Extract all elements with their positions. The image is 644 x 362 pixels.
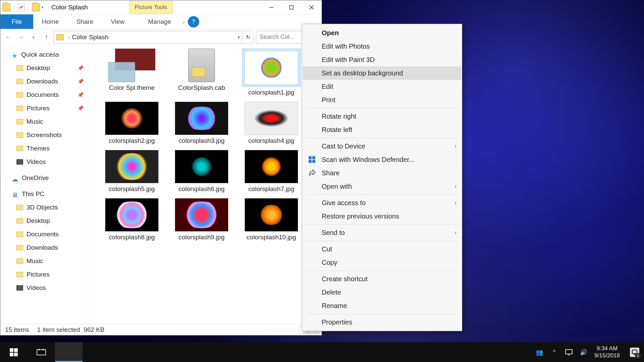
forward-button[interactable]: →	[15, 32, 26, 43]
nav-item-label: Pictures	[26, 105, 50, 112]
action-center-button[interactable]: 1	[630, 348, 639, 357]
context-menu-item[interactable]: Copy	[303, 256, 461, 269]
context-menu-item[interactable]: Print	[303, 93, 461, 107]
status-selection: 1 item selected 962 KB	[37, 326, 105, 334]
nav-item[interactable]: Videos	[0, 281, 88, 295]
context-menu-item[interactable]: Open	[303, 26, 461, 40]
nav-item[interactable]: 3D Objects	[0, 201, 88, 214]
context-menu-item[interactable]: Give access to›	[303, 196, 461, 209]
nav-item[interactable]: Downloads 📌	[0, 75, 88, 88]
folder-icon	[16, 132, 23, 138]
file-item[interactable]: colorsplash3.jpg	[168, 102, 235, 144]
volume-icon[interactable]: 🔊	[580, 348, 588, 356]
ribbon-tab-share[interactable]: Share	[68, 14, 102, 29]
context-menu-item[interactable]: Cast to Device›	[303, 139, 461, 153]
start-button[interactable]	[0, 342, 28, 362]
context-menu-item[interactable]: Properties	[303, 315, 461, 329]
minimize-button[interactable]	[261, 1, 281, 14]
context-menu-label: Create shortcut	[322, 275, 368, 283]
people-button[interactable]: 👥	[535, 348, 543, 356]
nav-item[interactable]: Downloads	[0, 241, 88, 254]
nav-item[interactable]: Documents	[0, 228, 88, 241]
file-item[interactable]: colorsplash1.jpg	[238, 49, 305, 96]
context-menu-item[interactable]: Rename	[303, 299, 461, 312]
file-item[interactable]: colorsplash10.jpg	[238, 198, 305, 241]
nav-quick-access[interactable]: ★ Quick access	[0, 48, 88, 61]
qat-folder-dropdown[interactable]: ▾	[32, 3, 45, 11]
network-icon[interactable]	[565, 348, 573, 356]
nav-item[interactable]: Videos	[0, 155, 88, 169]
svg-rect-13	[39, 349, 40, 350]
ribbon-tab-home[interactable]: Home	[33, 14, 68, 29]
ribbon-tab-view[interactable]: View	[102, 14, 133, 29]
context-menu-item[interactable]: Edit	[303, 80, 461, 93]
context-menu-separator	[306, 138, 459, 138]
file-item[interactable]: colorsplash6.jpg	[168, 150, 235, 193]
nav-item[interactable]: Desktop 📌	[0, 61, 88, 75]
ribbon-file-tab[interactable]: File	[0, 14, 33, 29]
address-bar[interactable]: › Color Splash ▾	[53, 31, 242, 44]
status-item-count: 15 items	[5, 326, 29, 334]
status-bar: 15 items 1 item selected 962 KB	[0, 324, 322, 335]
file-list[interactable]: Color Spl.themeColorSplash.cabcolorsplas…	[88, 45, 322, 324]
tray-overflow-button[interactable]: ^	[550, 348, 558, 356]
context-menu-label: Send to	[322, 229, 345, 237]
taskbar-clock[interactable]: 9:34 AM 9/15/2018	[594, 345, 620, 359]
svg-rect-6	[309, 160, 312, 163]
context-menu-item[interactable]: Open with›	[303, 180, 461, 193]
nav-item[interactable]: Desktop	[0, 214, 88, 228]
maximize-button[interactable]	[281, 1, 302, 14]
context-menu-item[interactable]: Restore previous versions	[303, 209, 461, 223]
context-menu-item[interactable]: Send to›	[303, 226, 461, 239]
context-menu-item[interactable]: Create shortcut	[303, 272, 461, 286]
nav-item[interactable]: Pictures	[0, 268, 88, 281]
refresh-button[interactable]: ↻	[243, 31, 253, 44]
file-item[interactable]: colorsplash9.jpg	[168, 198, 235, 241]
ribbon-tab-manage[interactable]: Manage	[139, 14, 180, 29]
nav-item[interactable]: Screenshots	[0, 128, 88, 142]
file-item[interactable]: colorsplash8.jpg	[98, 198, 165, 241]
close-button[interactable]	[302, 1, 322, 14]
nav-item[interactable]: Music	[0, 115, 88, 128]
context-menu-item[interactable]: Rotate left	[303, 123, 461, 136]
context-menu-item[interactable]: Edit with Paint 3D	[303, 53, 461, 66]
ribbon-collapse-button[interactable]: ⌄	[180, 14, 188, 29]
breadcrumb-current[interactable]: Color Splash	[72, 34, 109, 41]
svg-rect-11	[14, 353, 18, 356]
chevron-right-icon: ›	[455, 200, 457, 206]
nav-this-pc[interactable]: 🖥 This PC	[0, 187, 88, 201]
file-name: colorsplash10.jpg	[247, 234, 296, 241]
file-item[interactable]: colorsplash5.jpg	[98, 150, 165, 193]
nav-item[interactable]: Documents 📌	[0, 88, 88, 102]
recent-locations-button[interactable]: ▾	[28, 32, 39, 43]
nav-item[interactable]: Music	[0, 254, 88, 268]
nav-onedrive[interactable]: ☁ OneDrive	[0, 171, 88, 185]
file-item[interactable]: ColorSplash.cab	[168, 49, 235, 96]
qat-properties-button[interactable]: ✔	[17, 4, 25, 11]
help-button[interactable]: ?	[188, 16, 199, 27]
navigation-pane[interactable]: ★ Quick access Desktop 📌 Downloads 📌 Doc…	[0, 45, 88, 324]
file-item[interactable]: colorsplash7.jpg	[238, 150, 305, 193]
context-menu-item[interactable]: Delete	[303, 286, 461, 299]
context-menu-item[interactable]: Rotate right	[303, 110, 461, 123]
context-menu-item[interactable]: Cut	[303, 242, 461, 256]
folder-icon	[16, 245, 23, 250]
context-menu-item[interactable]: Edit with Photos	[303, 40, 461, 53]
file-item[interactable]: colorsplash4.jpg	[238, 102, 305, 144]
task-view-button[interactable]	[28, 342, 55, 362]
nav-item-label: Documents	[26, 91, 59, 99]
back-button[interactable]: ←	[2, 32, 14, 43]
up-button[interactable]: ↑	[41, 32, 52, 43]
taskbar-file-explorer[interactable]	[55, 342, 83, 362]
window-controls	[261, 1, 322, 14]
file-item[interactable]: Color Spl.theme	[98, 49, 165, 96]
context-menu-item[interactable]: Scan with Windows Defender...	[303, 153, 461, 166]
nav-item[interactable]: Pictures 📌	[0, 102, 88, 115]
nav-item[interactable]: Themes	[0, 142, 88, 155]
context-menu-item[interactable]: Set as desktop background	[303, 66, 461, 80]
address-history-dropdown[interactable]: ▾	[238, 35, 240, 40]
folder-icon	[56, 34, 64, 40]
file-item[interactable]: colorsplash2.jpg	[98, 102, 165, 144]
context-menu-item[interactable]: Share	[303, 166, 461, 180]
picture-tools-tab[interactable]: Picture Tools	[129, 1, 173, 14]
